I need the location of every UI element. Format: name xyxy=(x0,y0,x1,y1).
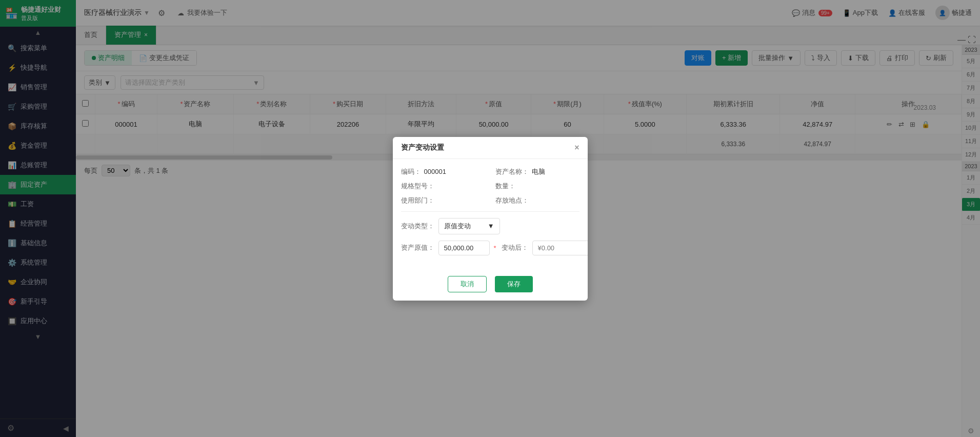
code-label: 编码： xyxy=(401,167,421,176)
storage-label: 存放地点： xyxy=(495,196,529,205)
modal-row-3: 使用部门： 存放地点： xyxy=(401,196,579,205)
modal-row-2: 规格型号： 数量： xyxy=(401,182,579,191)
modal-body: 编码： 000001 资产名称： 电脑 规格型号： 数量： xyxy=(393,159,588,270)
save-btn[interactable]: 保存 xyxy=(495,276,533,292)
modal-field-storage: 存放地点： xyxy=(495,196,579,205)
modal-overlay: 资产变动设置 × 编码： 000001 资产名称： 电脑 规格型号： xyxy=(0,0,980,437)
modal-field-quantity: 数量： xyxy=(495,182,579,191)
change-type-label: 变动类型： xyxy=(401,222,434,231)
change-type-arrow-icon: ▼ xyxy=(488,222,494,230)
modal-field-spec: 规格型号： xyxy=(401,182,485,191)
code-value: 000001 xyxy=(424,168,446,175)
after-value-input[interactable] xyxy=(532,241,588,255)
modal-footer: 取消 保存 xyxy=(393,270,588,301)
change-type-value: 原值变动 xyxy=(444,222,471,231)
modal-field-code: 编码： 000001 xyxy=(401,167,485,176)
after-label: 变动后： xyxy=(502,243,528,252)
quantity-label: 数量： xyxy=(495,182,515,191)
modal-field-dept: 使用部门： xyxy=(401,196,485,205)
name-value: 电脑 xyxy=(532,167,545,176)
modal-field-name: 资产名称： 电脑 xyxy=(495,167,579,176)
spec-label: 规格型号： xyxy=(401,182,434,191)
dept-label: 使用部门： xyxy=(401,196,434,205)
modal-value-row: 资产原值： * 变动后： xyxy=(401,241,579,255)
required-star: * xyxy=(494,244,496,252)
cancel-btn[interactable]: 取消 xyxy=(448,276,487,292)
asset-change-modal: 资产变动设置 × 编码： 000001 资产名称： 电脑 规格型号： xyxy=(393,137,588,301)
modal-close-btn[interactable]: × xyxy=(574,143,579,152)
change-type-select[interactable]: 原值变动 ▼ xyxy=(438,218,500,234)
modal-divider xyxy=(401,211,579,212)
modal-header: 资产变动设置 × xyxy=(393,137,588,159)
modal-row-1: 编码： 000001 资产名称： 电脑 xyxy=(401,167,579,176)
modal-change-type-row: 变动类型： 原值变动 ▼ xyxy=(401,218,579,234)
name-label: 资产名称： xyxy=(495,167,529,176)
modal-title: 资产变动设置 xyxy=(401,143,444,152)
original-value-input[interactable] xyxy=(438,241,490,255)
original-value-label: 资产原值： xyxy=(401,243,434,252)
